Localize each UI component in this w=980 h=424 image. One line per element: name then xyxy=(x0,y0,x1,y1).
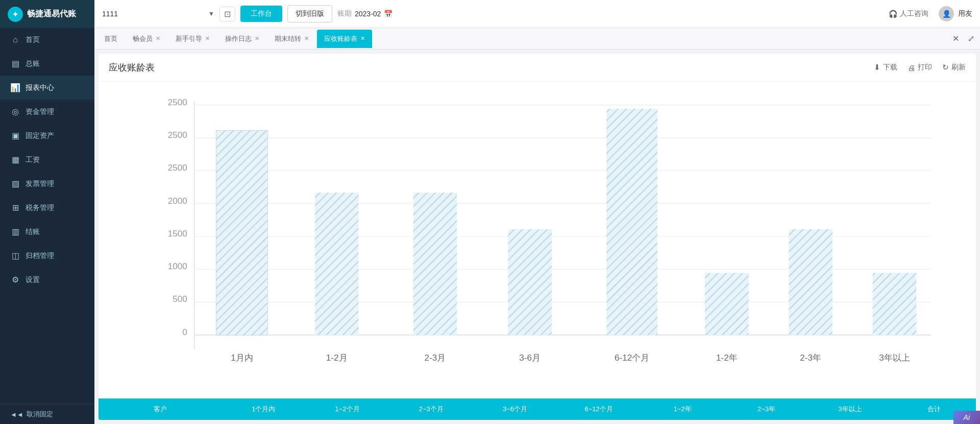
sidebar-label-assets: 固定资产 xyxy=(26,131,54,140)
refresh-button[interactable]: ↻ 刷新 xyxy=(942,63,966,72)
pin-icon: ◄◄ xyxy=(10,411,23,418)
tabs-actions: ✕ ⤢ xyxy=(949,32,977,45)
cancel-pin-button[interactable]: ◄◄ 取消固定 xyxy=(0,404,94,424)
tab-period-close[interactable]: 期末结转 ✕ xyxy=(267,30,316,48)
sidebar-label-settings: 设置 xyxy=(26,275,40,285)
tab-membership-close[interactable]: ✕ xyxy=(156,35,160,42)
tab-period-close-close[interactable]: ✕ xyxy=(304,35,309,42)
svg-text:500: 500 xyxy=(173,294,187,304)
consultation-label: 人工咨询 xyxy=(900,9,928,18)
svg-text:2-3年: 2-3年 xyxy=(800,352,821,363)
tab-oplog-close[interactable]: ✕ xyxy=(255,35,259,42)
page-actions: ⬇ 下载 🖨 打印 ↻ 刷新 xyxy=(874,63,966,72)
content-area: 应收账龄表 ⬇ 下载 🖨 打印 ↻ 刷新 xyxy=(99,54,976,420)
header: 1111 ▼ ⊡ 工作台 切到旧版 账期 2023-02 📅 🎧 人工咨询 👤 … xyxy=(94,0,980,28)
tab-ar-aging-close[interactable]: ✕ xyxy=(360,35,365,42)
chart-container: 2500 2500 2500 2000 1500 1000 500 0 xyxy=(99,82,976,398)
page-header: 应收账龄表 ⬇ 下载 🖨 打印 ↻ 刷新 xyxy=(99,54,976,82)
tab-guide-close[interactable]: ✕ xyxy=(205,35,210,42)
svg-rect-21 xyxy=(508,229,552,335)
header-right: 🎧 人工咨询 👤 用友 xyxy=(889,6,972,21)
headset-icon: 🎧 xyxy=(889,10,897,18)
download-icon: ⬇ xyxy=(874,63,880,72)
copy-button[interactable]: ⊡ xyxy=(219,7,235,21)
svg-text:1000: 1000 xyxy=(168,261,187,271)
svg-text:3-6月: 3-6月 xyxy=(519,352,541,363)
sidebar-item-settings[interactable]: ⚙ 设置 xyxy=(0,268,94,292)
consultation-button[interactable]: 🎧 人工咨询 xyxy=(889,9,928,18)
expand-tab-button[interactable]: ⤢ xyxy=(965,32,977,45)
svg-text:1月内: 1月内 xyxy=(231,352,253,363)
refresh-icon: ↻ xyxy=(942,63,949,72)
col-2-3m: 2~3个月 xyxy=(389,405,473,414)
reports-icon: 📊 xyxy=(10,83,20,92)
svg-rect-23 xyxy=(705,273,749,335)
sidebar-item-home[interactable]: ⌂ 首页 xyxy=(0,28,94,52)
svg-text:3年以上: 3年以上 xyxy=(879,352,910,363)
sidebar-item-checkout[interactable]: ▥ 结账 xyxy=(0,220,94,244)
col-3-6m: 3~6个月 xyxy=(473,405,557,414)
refresh-label: 刷新 xyxy=(951,63,966,72)
svg-rect-25 xyxy=(873,273,917,335)
sidebar-item-salary[interactable]: ▦ 工资 xyxy=(0,148,94,172)
sidebar-label-archive: 归档管理 xyxy=(26,251,54,261)
ai-badge[interactable]: Ai xyxy=(953,411,980,424)
sidebar-label-invoice: 发票管理 xyxy=(26,179,54,189)
svg-text:6-12个月: 6-12个月 xyxy=(615,352,649,363)
tab-ar-aging[interactable]: 应收账龄表 ✕ xyxy=(317,30,372,48)
cancel-pin-label: 取消固定 xyxy=(27,410,53,419)
sidebar-item-reports[interactable]: 📊 报表中心 xyxy=(0,76,94,100)
close-tab-button[interactable]: ✕ xyxy=(949,32,962,45)
svg-text:2500: 2500 xyxy=(168,130,187,140)
sidebar-label-tax: 税务管理 xyxy=(26,203,54,213)
svg-text:2000: 2000 xyxy=(168,196,187,206)
sidebar-item-archive[interactable]: ◫ 归档管理 xyxy=(0,244,94,268)
svg-rect-24 xyxy=(789,229,832,335)
svg-rect-18 xyxy=(216,131,267,335)
col-3y-plus: 3年以上 xyxy=(808,405,892,414)
tab-membership[interactable]: 畅会员 ✕ xyxy=(126,30,167,48)
ai-label: Ai xyxy=(964,413,970,421)
settings-icon: ⚙ xyxy=(10,275,20,285)
company-selector[interactable]: 1111 ▼ xyxy=(102,10,214,18)
app-name: 畅捷通易代账 xyxy=(27,9,76,19)
switch-version-button[interactable]: 切到旧版 xyxy=(287,5,332,22)
tab-oplog[interactable]: 操作日志 ✕ xyxy=(218,30,266,48)
sidebar-item-ledger[interactable]: ▤ 总账 xyxy=(0,52,94,76)
calendar-icon[interactable]: 📅 xyxy=(384,10,393,18)
company-dropdown-arrow[interactable]: ▼ xyxy=(208,10,214,17)
sidebar-label-checkout: 结账 xyxy=(26,227,40,237)
period-value: 2023-02 xyxy=(355,10,381,18)
col-1-2m: 1~2个月 xyxy=(305,405,389,414)
svg-text:1-2年: 1-2年 xyxy=(716,352,738,363)
salary-icon: ▦ xyxy=(10,155,20,164)
logo-icon: ✦ xyxy=(8,7,23,22)
svg-rect-19 xyxy=(315,193,359,335)
user-name: 用友 xyxy=(958,9,972,18)
print-button[interactable]: 🖨 打印 xyxy=(908,63,932,72)
ledger-icon: ▤ xyxy=(10,59,20,68)
sidebar-item-tax[interactable]: ⊞ 税务管理 xyxy=(0,196,94,220)
tab-period-close-label: 期末结转 xyxy=(275,34,301,43)
sidebar-label-salary: 工资 xyxy=(26,155,40,164)
workbench-button[interactable]: 工作台 xyxy=(240,6,282,22)
download-button[interactable]: ⬇ 下载 xyxy=(874,63,897,72)
sidebar-item-invoice[interactable]: ▨ 发票管理 xyxy=(0,172,94,196)
period-label-text: 账期 xyxy=(337,9,352,18)
period-info: 账期 2023-02 📅 xyxy=(337,9,393,18)
tab-ar-aging-label: 应收账龄表 xyxy=(324,34,357,43)
svg-rect-22 xyxy=(606,109,657,335)
invoice-icon: ▨ xyxy=(10,179,20,189)
sidebar-item-funds[interactable]: ◎ 资金管理 xyxy=(0,100,94,124)
app-logo: ✦ 畅捷通易代账 xyxy=(0,0,94,28)
tab-guide[interactable]: 新手引导 ✕ xyxy=(168,30,217,48)
sidebar-label-home: 首页 xyxy=(26,35,40,44)
sidebar: ✦ 畅捷通易代账 ⌂ 首页 ▤ 总账 📊 报表中心 ◎ 资金管理 ▣ 固定资产 … xyxy=(0,0,94,424)
user-info[interactable]: 👤 用友 xyxy=(939,6,972,21)
col-6-12m: 6~12个月 xyxy=(557,405,641,414)
sidebar-item-assets[interactable]: ▣ 固定资产 xyxy=(0,124,94,148)
sidebar-label-funds: 资金管理 xyxy=(26,107,54,116)
assets-icon: ▣ xyxy=(10,131,20,140)
tab-home[interactable]: 首页 xyxy=(97,30,125,48)
tabs-bar: 首页 畅会员 ✕ 新手引导 ✕ 操作日志 ✕ 期末结转 ✕ 应收账龄表 ✕ ✕ … xyxy=(94,28,980,50)
